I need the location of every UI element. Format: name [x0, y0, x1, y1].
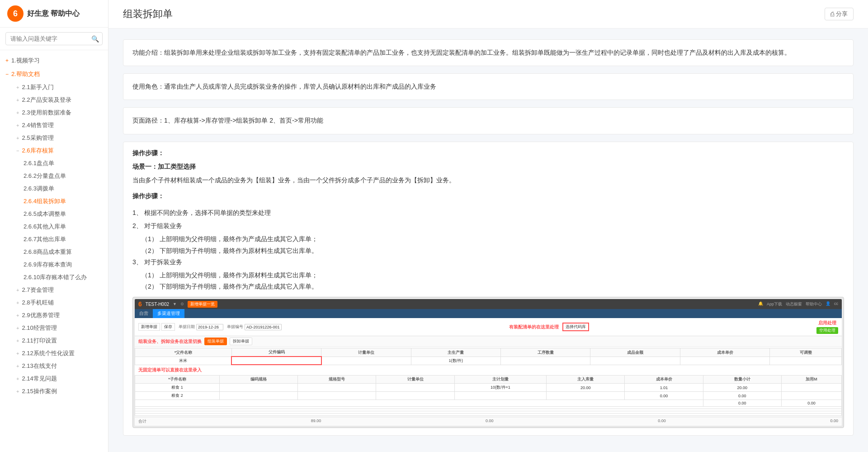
scenario-title: 场景一：加工类型选择 [132, 163, 844, 171]
main-content: 组装拆卸单 ⎙ 分享 功能介绍：组装拆卸单用来处理企业组装或拆卸等加工业务，支持… [108, 0, 868, 452]
ss-btn-new[interactable]: 新增单据 [138, 323, 160, 331]
sidebar-item-docs[interactable]: − 2.帮助文档 + 2.1新手入门 + 2.2产品安装及登录 + 2.3使用前… [0, 67, 108, 398]
ss-footer-total-3: 0.00 [658, 419, 666, 424]
plus-icon: + [16, 287, 19, 293]
role-text: 使用角色：通常由生产人员或库管人员完成拆装业务的操作，库管人员确认原材料的出库和… [132, 83, 436, 90]
ss-date-input[interactable]: 2019-12-26 [196, 324, 223, 330]
sidebar-item-docs-212[interactable]: + 2.12系统个性化设置 [11, 347, 108, 360]
ss-topbar-link-5: 👤 [826, 301, 830, 307]
sidebar-item-docs-210[interactable]: + 2.10经营管理 [11, 322, 108, 334]
ss-upper-cell-0-2 [321, 357, 411, 365]
ss-num-group: 单据编号 AD-20191226-001 [227, 324, 282, 330]
ss-date-group: 单据日期 2019-12-26 [179, 324, 223, 330]
plus-icon: + [16, 338, 19, 343]
ss-topbar-link-2: App下载 [767, 301, 782, 307]
ss-annotation-4: 无固定清单可以直接在这里录入 [138, 367, 202, 373]
table-row: 粮食 1 10(数/件+1 20.00 1.01 20.00 [135, 384, 842, 392]
sidebar-sub-2610[interactable]: 2.6.10库存账本错了么办 [18, 271, 108, 284]
plus-icon: + [16, 376, 19, 381]
ss-annotation-area: 有装配清单的在这里处理 选择代码库 [285, 323, 813, 331]
step-2-sub: （1） 上部明细为父件明细，最终作为产成品生成其它入库单； （2） 下部明细为子… [132, 233, 844, 256]
sidebar-sub-264[interactable]: 2.6.4组装拆卸单 [18, 195, 108, 208]
steps-subtitle: 操作步骤： [132, 190, 844, 202]
ss-tab-row: 自营 多渠道管理 [135, 309, 842, 318]
ss-upper-th-6: 成本单价 [680, 348, 769, 357]
step-2-2: （2） 下部明细为子件明细，最终作为原材料生成其它出库单。 [142, 245, 844, 257]
sidebar-item-docs-213[interactable]: + 2.13在线支付 [11, 360, 108, 372]
sidebar-item-docs-26[interactable]: − 2.6库存核算 [11, 144, 108, 157]
ss-tab-ziying[interactable]: 自营 [135, 309, 153, 318]
ss-type-btn-1[interactable]: 组装单据 [204, 338, 227, 345]
sidebar-item-video[interactable]: + 1.视频学习 [0, 54, 108, 67]
ss-confirm-btn[interactable]: 选择代码库 [562, 323, 589, 331]
ss-upper-table-container: *父件名称 父件编码 计量单位 主生产量 工序数量 成品金额 成本单价 可调整 [135, 347, 842, 366]
table-row [135, 414, 842, 416]
path-block: 页面路径：1、库存核算->库存管理->组装拆卸单 2、首页->常用功能 [123, 107, 854, 134]
share-button[interactable]: ⎙ 分享 [825, 8, 854, 20]
ss-lower-th-8: 加用M [782, 376, 842, 384]
ss-footer-total-4: 0.00 [830, 419, 838, 424]
ss-upper-th-2: 计量单位 [321, 348, 411, 357]
ss-num-input[interactable]: AD-20191226-001 [245, 324, 282, 330]
sidebar-item-docs-29[interactable]: + 2.9优惠券管理 [11, 309, 108, 322]
screenshot-container: 6 TEST-H002 ▼ ⚙ 新增单据一览 🔔 App下载 动态橱窗 帮助中心… [132, 297, 844, 428]
ss-lower-r1-c2 [298, 392, 376, 400]
ss-lower-r0-c3 [376, 384, 454, 392]
ss-tab-duoqudao[interactable]: 多渠道管理 [153, 309, 184, 318]
step-2: 2、 对于组装业务 [132, 220, 844, 232]
ss-upper-cell-0-3: 1(数/件) [411, 357, 500, 365]
ss-annotation-3: 启用处理 [818, 320, 836, 326]
step-3-2: （2） 下部明细为子件明细，最终作为产成品生成其它入库单。 [142, 281, 844, 292]
ss-type-btn-2[interactable]: 拆卸单据 [230, 338, 252, 345]
ss-annotation-2: 组装业务、拆卸业务在这里切换 [138, 338, 202, 345]
plus-icon: + [16, 389, 19, 394]
ss-upper-th-3: 主生产量 [411, 348, 500, 357]
ss-lower-th-7: 数量小计 [703, 376, 781, 384]
sidebar-item-docs-24[interactable]: + 2.4销售管理 [11, 119, 108, 132]
sidebar-item-docs-27[interactable]: + 2.7资金管理 [11, 284, 108, 296]
sidebar-sub-265[interactable]: 2.6.5成本调整单 [18, 208, 108, 220]
sidebar-item-docs-23[interactable]: + 2.3使用前数据准备 [11, 106, 108, 119]
table-row: 粮食 2 0.00 0.00 [135, 392, 842, 400]
sidebar-sub-268[interactable]: 2.6.8商品成本重算 [18, 246, 108, 258]
plus-icon: + [16, 123, 19, 128]
sidebar-item-docs-215[interactable]: + 2.15操作案例 [11, 385, 108, 398]
ss-header-bar: 6 TEST-H002 ▼ ⚙ 新增单据一览 🔔 App下载 动态橱窗 帮助中心… [135, 299, 842, 309]
sidebar-sub-266[interactable]: 2.6.6其他入库单 [18, 220, 108, 233]
sidebar-sub-261[interactable]: 2.6.1盘点单 [18, 157, 108, 170]
ss-lower-th-1: 编码规格 [219, 376, 297, 384]
ss-upper-th-1: 父件编码 [231, 348, 321, 357]
sidebar-item-docs-28[interactable]: + 2.8手机旺铺 [11, 296, 108, 309]
ss-lower-r1-c3 [376, 392, 454, 400]
sidebar-sub-267[interactable]: 2.6.7其他出库单 [18, 233, 108, 246]
sidebar-sub-262[interactable]: 2.6.2分量盘点单 [18, 170, 108, 182]
search-icon[interactable]: 🔍 [91, 35, 99, 43]
ss-new-order-btn[interactable]: 新增单据一览 [188, 301, 217, 308]
ss-annotation-1: 有装配清单的在这里处理 [509, 324, 559, 330]
search-input[interactable] [5, 32, 103, 45]
sidebar-item-docs-211[interactable]: + 2.11打印设置 [11, 334, 108, 347]
sidebar-sub-269[interactable]: 2.6.9库存账本查询 [18, 258, 108, 271]
sidebar-item-docs-25[interactable]: + 2.5采购管理 [11, 132, 108, 144]
ss-lower-th-6: 成本单价 [625, 376, 703, 384]
plus-icon: + [16, 97, 19, 103]
plus-icon: + [16, 300, 19, 305]
ss-upper-cell-0-0: 米米 [135, 357, 232, 365]
ss-approve-btn[interactable]: 空用处理 [816, 327, 838, 334]
nav-tree: + 1.视频学习 − 2.帮助文档 + 2.1新手入门 + 2.2产品安装及登录 [0, 50, 108, 452]
ss-btn-save[interactable]: 保存 [161, 323, 175, 331]
ss-lower-r0-c7: 20.00 [703, 384, 781, 392]
ss-topbar-link-1: 🔔 [758, 301, 763, 307]
ss-upper-th-7: 可调整 [770, 348, 842, 357]
sidebar-sub-263[interactable]: 2.6.3调拨单 [18, 182, 108, 195]
sidebar-item-label: 1.视频学习 [11, 57, 40, 65]
sidebar-item-docs-214[interactable]: + 2.14常见问题 [11, 372, 108, 385]
sidebar-item-docs-22[interactable]: + 2.2产品安装及登录 [11, 94, 108, 106]
ss-lower-r0-c0: 粮食 1 [135, 384, 220, 392]
sidebar-item-docs-21[interactable]: + 2.1新手入门 [11, 81, 108, 94]
ss-lower-th-5: 主入库量 [547, 376, 625, 384]
ops-title: 操作步骤： [132, 149, 844, 157]
ss-lower-r1-c4 [454, 392, 546, 400]
ss-lower-r1-c7: 0.00 [703, 392, 781, 400]
content-body: 功能介绍：组装拆卸单用来处理企业组装或拆卸等加工业务，支持有固定装配清单的产品加… [108, 29, 868, 452]
